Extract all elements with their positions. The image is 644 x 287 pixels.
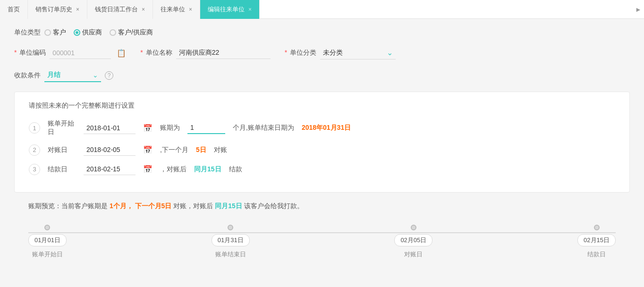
radio-both-label: 客户/供应商 — [118, 28, 153, 37]
unit-info-row: * 单位编码 📋 * 单位名称 * 单位分类 未分类 ⌄ — [14, 46, 630, 59]
copy-icon[interactable]: 📋 — [117, 49, 126, 58]
period-desc-3b: 结款 — [229, 165, 242, 174]
payment-highlight: 同月15日 — [194, 165, 221, 174]
tab-cash-work[interactable]: 钱货日清工作台 × — [87, 0, 153, 19]
timeline-label-1: 账单开始日 — [32, 250, 63, 259]
timeline-point-4: 02月15日 结款日 — [577, 225, 616, 259]
tab-partner-unit-close[interactable]: × — [189, 6, 192, 13]
tab-home[interactable]: 首页 — [0, 0, 28, 19]
timeline-dot-1 — [44, 225, 50, 230]
period-row-3: 3 结款日 📅 ，对账后 同月15日 结款 — [29, 163, 615, 175]
timeline-label-3: 对账日 — [404, 250, 423, 259]
timeline-point-3: 02月05日 对账日 — [394, 225, 432, 259]
payment-arrow-icon: ⌄ — [93, 71, 98, 79]
unit-category-star: * — [285, 49, 287, 56]
preview-prefix: 账期预览：当前客户账期是 — [28, 202, 108, 210]
radio-supplier-circle — [74, 29, 80, 36]
preview-section: 账期预览：当前客户账期是 1个月， 下一个月5日 对账，对账后 同月15日 该客… — [14, 202, 630, 211]
step-2: 2 — [29, 144, 40, 156]
radio-both-circle — [110, 29, 116, 36]
period-desc-2b: 对账 — [214, 146, 227, 154]
tab-cash-work-label: 钱货日清工作台 — [95, 5, 138, 14]
unit-category-select[interactable]: 未分类 ⌄ — [320, 46, 396, 59]
preview-middle: 对账，对账后 — [173, 202, 213, 210]
timeline-container: 01月01日 账单开始日 01月31日 账单结束日 02月05日 对账日 02月… — [28, 225, 616, 259]
tab-sales-history-close[interactable]: × — [76, 6, 79, 13]
timeline-wrapper: 01月01日 账单开始日 01月31日 账单结束日 02月05日 对账日 02月… — [14, 225, 630, 259]
unit-name-input[interactable] — [176, 47, 271, 59]
timeline-date-3: 02月05日 — [394, 234, 432, 246]
radio-supplier[interactable]: 供应商 — [74, 28, 102, 37]
period-desc-1a: 账期为 — [160, 124, 180, 132]
period-end-date: 2018年01月31日 — [302, 124, 351, 132]
reconcile-date-input[interactable] — [84, 144, 136, 156]
period-label-2: 对账日 — [48, 146, 76, 154]
unit-category-value: 未分类 — [323, 49, 387, 57]
tab-sales-history-label: 销售订单历史 — [35, 5, 72, 14]
preview-suffix: 该客户会给我打款。 — [244, 202, 304, 210]
tab-home-label: 首页 — [8, 5, 20, 14]
preview-part3: 同月15日 — [215, 202, 242, 210]
unit-category-field: * 单位分类 未分类 ⌄ — [285, 46, 396, 59]
unit-code-input[interactable] — [50, 47, 111, 59]
payment-date-input[interactable] — [84, 163, 136, 175]
period-desc-2a: ,下一个月 — [160, 146, 188, 154]
tab-partner-unit-label: 往来单位 — [161, 5, 185, 14]
radio-supplier-label: 供应商 — [82, 28, 102, 37]
start-date-input[interactable] — [84, 122, 136, 134]
unit-name-star: * — [140, 49, 143, 56]
tabs-bar: 首页 销售订单历史 × 钱货日清工作台 × 往来单位 × 编辑往来单位 × ► — [0, 0, 644, 19]
timeline-label-4: 结款日 — [587, 250, 606, 259]
reconcile-date-calendar-icon[interactable]: 📅 — [143, 145, 153, 154]
tab-partner-unit[interactable]: 往来单位 × — [153, 0, 200, 19]
unit-name-field: * 单位名称 — [140, 47, 270, 59]
timeline-date-1: 01月01日 — [28, 234, 67, 246]
timeline-point-2: 01月31日 账单结束日 — [212, 225, 250, 259]
timeline-label-2: 账单结束日 — [215, 250, 246, 259]
payment-select[interactable]: 月结 ⌄ — [44, 69, 101, 82]
payment-value: 月结 — [47, 71, 93, 79]
tab-edit-partner[interactable]: 编辑往来单位 × — [200, 0, 260, 19]
period-label-1: 账单开始日 — [48, 119, 76, 136]
preview-part2: 下一个月5日 — [135, 202, 172, 210]
period-instruction: 请按照未来的一个完整帐期进行设置 — [29, 101, 615, 110]
period-desc-1b: 个月,账单结束日期为 — [233, 124, 294, 132]
timeline-dot-2 — [228, 225, 233, 230]
main-content: 单位类型 客户 供应商 客户/供应商 * 单位编码 — [0, 19, 644, 287]
unit-type-row: 单位类型 客户 供应商 客户/供应商 — [14, 28, 630, 37]
tab-cash-work-close[interactable]: × — [142, 6, 145, 13]
tab-sales-history[interactable]: 销售订单历史 × — [28, 0, 87, 19]
payment-date-calendar-icon[interactable]: 📅 — [143, 165, 153, 174]
payment-field: 收款条件 月结 ⌄ ? — [14, 69, 113, 82]
unit-code-star: * — [14, 49, 17, 56]
radio-customer-label: 客户 — [53, 28, 66, 37]
radio-both[interactable]: 客户/供应商 — [110, 28, 153, 37]
unit-code-label: * 单位编码 — [14, 49, 46, 57]
timeline-dot-4 — [594, 225, 600, 230]
period-row-2: 2 对账日 📅 ,下一个月 5日 对账 — [29, 144, 615, 156]
preview-part1: 1个月， — [110, 202, 133, 210]
timeline-point-1: 01月01日 账单开始日 — [28, 225, 67, 259]
start-date-calendar-icon[interactable]: 📅 — [143, 124, 153, 133]
period-label-3: 结款日 — [48, 165, 76, 174]
tab-edit-partner-label: 编辑往来单位 — [208, 5, 245, 14]
period-row-1: 1 账单开始日 📅 账期为 个月,账单结束日期为 2018年01月31日 — [29, 119, 615, 136]
timeline-date-2: 01月31日 — [212, 234, 250, 246]
tab-edit-partner-close[interactable]: × — [248, 6, 252, 13]
timeline-date-4: 02月15日 — [577, 234, 616, 246]
tabs-expand-button[interactable]: ► — [633, 0, 644, 19]
unit-type-radio-group: 客户 供应商 客户/供应商 — [44, 28, 153, 37]
period-num-input[interactable] — [187, 122, 225, 134]
unit-code-field: * 单位编码 📋 — [14, 47, 126, 59]
unit-name-label: * 单位名称 — [140, 49, 172, 57]
period-desc-3a: ，对账后 — [160, 165, 186, 174]
unit-category-label: * 单位分类 — [285, 49, 316, 57]
payment-label: 收款条件 — [14, 71, 41, 80]
help-icon-label: ? — [108, 72, 111, 79]
unit-type-field: 单位类型 客户 供应商 客户/供应商 — [14, 28, 153, 37]
payment-row: 收款条件 月结 ⌄ ? — [14, 69, 630, 82]
reconcile-highlight: 5日 — [196, 146, 206, 154]
help-icon[interactable]: ? — [105, 71, 113, 80]
radio-customer[interactable]: 客户 — [44, 28, 66, 37]
timeline-dot-3 — [411, 225, 416, 230]
